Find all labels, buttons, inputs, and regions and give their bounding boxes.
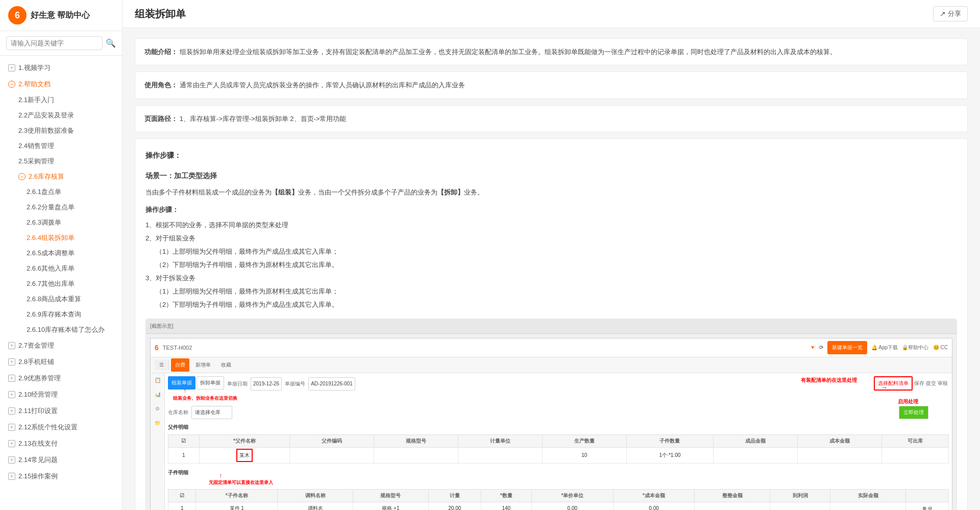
sidebar-item-2-6-10[interactable]: 2.6.10库存账本错了怎么办 — [0, 322, 122, 337]
cth-total: 整整金额 — [695, 490, 770, 502]
role-label: 使用角色： — [144, 81, 178, 89]
sidebar-item-2-5[interactable]: 2.5采购管理 — [0, 154, 122, 169]
nav-label: 2.15操作案例 — [18, 472, 58, 481]
inner-topbar: 6 TEST-H002 ▼ ⟳ 新建单据一览 🔔 App下载 🔒帮助中心 😊 C… — [151, 338, 952, 357]
parent-table-label: 父件明细 — [168, 422, 949, 432]
form-date-label: 单据日期 — [227, 379, 248, 389]
nav-label: 2.11打印设置 — [18, 406, 58, 416]
inner-tab-fav[interactable]: 收藏 — [217, 358, 235, 372]
sidebar-item-2-6-1[interactable]: 2.6.1盘点单 — [0, 184, 122, 200]
main-content: 组装拆卸单 ↗ 分享 功能介绍： 组装拆卸单用来处理企业组装或拆卸等加工业务，支… — [122, 0, 980, 510]
sidebar-item-2-6-3[interactable]: 2.6.3调拨单 — [0, 215, 122, 230]
sidebar-item-2-1[interactable]: 2.1新手入门 — [0, 92, 122, 108]
screenshot-label: [截图示意] — [146, 319, 957, 334]
cth-name: *子件名称 — [196, 490, 278, 502]
search-icon[interactable]: 🔍 — [106, 38, 116, 48]
page-header: 组装拆卸单 ↗ 分享 — [122, 0, 980, 28]
sidebar-item-2-4[interactable]: 2.4销售管理 — [0, 138, 122, 154]
sidebar-item-2-6-4[interactable]: 2.6.4组装拆卸单 — [0, 230, 122, 246]
inner-refresh[interactable]: ⟳ — [819, 343, 823, 353]
expand-icon: + — [8, 358, 15, 366]
expand-icon: + — [8, 473, 15, 480]
inner-new-btn[interactable]: 新建单据一览 — [827, 341, 867, 354]
arrow-no-bom: ↑ — [219, 470, 222, 482]
expand-icon: + — [8, 64, 15, 71]
type-selector-area: 组装单据 拆卸单据 组装业务、拆卸业务在这里切换 ↑ — [168, 376, 224, 392]
action-btn3[interactable]: 审核 — [938, 378, 948, 388]
confirm-btn[interactable]: 立即处理 — [899, 406, 928, 419]
inner-tab-new[interactable]: 新增单 — [191, 358, 215, 372]
form-order-label: 单据编号 — [285, 379, 305, 389]
logo-text: 好生意 帮助中心 — [31, 10, 90, 21]
sidebar-item-2-8[interactable]: + 2.8手机旺铺 — [0, 354, 122, 370]
expand-icon: + — [8, 342, 15, 349]
expand-icon: + — [8, 440, 15, 447]
step2-1: （1）上部明细为父件明细，最终作为产成品生成其它入库单； — [145, 245, 957, 258]
form-date-value[interactable]: 2019-12-26 — [251, 377, 282, 391]
sidebar-item-2-10[interactable]: + 2.10经营管理 — [0, 386, 122, 403]
content-area: 功能介绍： 组装拆卸单用来处理企业组装或拆卸等加工业务，支持有固定装配清单的产品… — [122, 28, 980, 510]
sidebar-item-2-6-6[interactable]: 2.6.6其他入库单 — [0, 261, 122, 276]
sidebar-item-2-6-9[interactable]: 2.6.9库存账本查询 — [0, 307, 122, 322]
inner-dropdown[interactable]: ▼ — [810, 343, 815, 353]
sidebar-item-2-3[interactable]: 2.3使用前数据准备 — [0, 123, 122, 138]
th-check: ☑ — [168, 435, 200, 448]
inner-form: 组装单据 拆卸单据 组装业务、拆卸业务在这里切换 ↑ 单据日期 2019-12-… — [165, 373, 952, 510]
sidebar-item-2-11[interactable]: + 2.11打印设置 — [0, 403, 122, 419]
action-btn2[interactable]: 提交 — [926, 378, 936, 388]
th-cost1: 成品金额 — [714, 435, 798, 448]
share-button[interactable]: ↗ 分享 — [933, 6, 968, 21]
sidebar-item-2-6-5[interactable]: 2.6.5成本调整单 — [0, 246, 122, 261]
inner-icons: 🔔 App下载 🔒帮助中心 😊 CC — [871, 343, 948, 353]
type-assemble-btn[interactable]: 组装单据 — [168, 376, 195, 390]
screenshot-area: 6 TEST-H002 ▼ ⟳ 新建单据一览 🔔 App下载 🔒帮助中心 😊 C… — [146, 334, 957, 510]
inner-nav-icon: ☰ — [155, 360, 169, 370]
search-area: 🔍 — [0, 31, 122, 56]
sidebar-item-2-13[interactable]: + 2.13在线支付 — [0, 435, 122, 452]
sidebar-item-2-7[interactable]: + 2.7资金管理 — [0, 337, 122, 354]
step2-2: （2）下部明细为子件明细，最终作为原材料生成其它出库单。 — [145, 258, 957, 272]
sidebar-item-2-9[interactable]: + 2.9优惠券管理 — [0, 370, 122, 386]
action-btn1[interactable]: 保存 — [914, 378, 924, 388]
sidebar-item-2-6-2[interactable]: 2.6.2分量盘点单 — [0, 200, 122, 215]
child-table: ☑ *子件名称 调料名称 规格型号 计量 *数量 *单价单位 *成本金额 — [168, 489, 949, 510]
search-input[interactable] — [6, 36, 103, 50]
callout-bom: 有装配清单的在这里处理 — [801, 375, 857, 385]
intro-block: 功能介绍： 组装拆卸单用来处理企业组装或拆卸等加工业务，支持有固定装配清单的产品… — [135, 38, 968, 65]
cth-spec: 规格型号 — [353, 490, 428, 502]
nav-label: 2.7资金管理 — [18, 341, 54, 350]
expand-icon: + — [8, 424, 15, 431]
sidebar-item-2-6-8[interactable]: 2.6.8商品成本重算 — [0, 292, 122, 307]
inner-tab-self[interactable]: 自费 — [171, 358, 189, 372]
parent-item-input[interactable]: 某木 — [236, 449, 253, 462]
sidebar-item-2-15[interactable]: + 2.15操作案例 — [0, 468, 122, 484]
annotation-type: 组装业务、拆卸业务在这里切换 — [173, 394, 237, 403]
sidebar-item-docs[interactable]: − 2.帮助文档 — [0, 76, 122, 92]
form-row-2: 仓库名称 请选择仓库 启用处理 ↑ 立即处理 — [168, 406, 949, 419]
sidebar-item-2-6[interactable]: − 2.6库存核算 — [0, 169, 122, 184]
steps-block: 操作步骤： 场景一：加工类型选择 当由多个子件材料组装成一个成品的业务为【组装】… — [135, 138, 968, 510]
nav-tree: + 1.视频学习 − 2.帮助文档 2.1新手入门 2.2产品安装及登录 2.3… — [0, 56, 122, 510]
step3-2: （2）下部明细为子件明细，最终作为产成品生成其它入库单。 — [145, 298, 957, 311]
cth-profit: 到利润 — [770, 490, 830, 502]
inner-app: 6 TEST-H002 ▼ ⟳ 新建单据一览 🔔 App下载 🔒帮助中心 😊 C… — [150, 338, 952, 510]
sidebar: 6 好生意 帮助中心 🔍 + 1.视频学习 − 2.帮助文档 2.1新手入门 2… — [0, 0, 122, 510]
form-order-value[interactable]: AD-20191226-001 — [308, 377, 355, 391]
sidebar-item-2-12[interactable]: + 2.12系统个性化设置 — [0, 419, 122, 435]
sidebar-item-video[interactable]: + 1.视频学习 — [0, 60, 122, 76]
select-bom-btn[interactable]: 选择配料清单 — [874, 376, 913, 391]
th-parent-name: *父件名称 — [199, 435, 290, 448]
table-row: 1 某木 10 1个·*1.00 — [168, 448, 949, 464]
sidebar-item-2-6-7[interactable]: 2.6.7其他出库单 — [0, 276, 122, 292]
warehouse-input[interactable]: 请选择仓库 — [191, 406, 232, 419]
step2: 2、对于组装业务 — [145, 232, 957, 245]
sidebar-item-2-14[interactable]: + 2.14常见问题 — [0, 452, 122, 468]
path-block: 页面路径： 1、库存核算->库存管理->组装拆卸单 2、首页->常用功能 — [135, 105, 968, 132]
sidebar-item-2-2[interactable]: 2.2产品安装及登录 — [0, 108, 122, 123]
cth-cost: *成本金额 — [613, 490, 695, 502]
scenario1-desc: 当由多个子件材料组装成一个成品的业务为【组装】业务，当由一个父件拆分成多个子产品… — [145, 186, 957, 199]
type-disassemble-btn[interactable]: 拆卸单据 — [197, 376, 224, 390]
th-avail: 可出库 — [881, 435, 948, 448]
child-table-label-area: 子件明细 无固定清单可以直接在这里录入 ↑ — [168, 468, 949, 478]
th-cost2: 成本金额 — [797, 435, 881, 448]
